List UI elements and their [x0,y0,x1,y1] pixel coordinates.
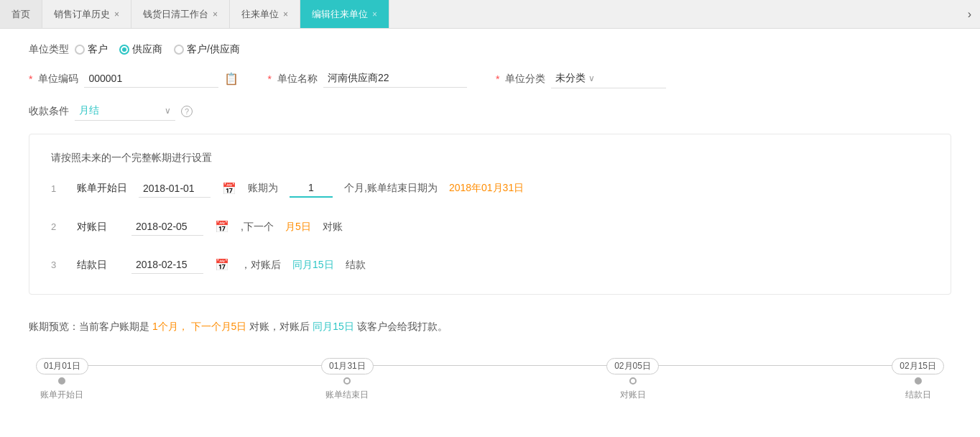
radio-both[interactable]: 客户/供应商 [174,43,240,56]
unit-name-input[interactable] [323,70,467,88]
radio-supplier-circle [119,45,129,55]
tab-cash-workbench-close[interactable]: × [213,9,218,19]
main-content: 单位类型 客户 供应商 客户/供应商 * 单位编码 [0,29,980,437]
unit-info-row: * 单位编码 📋 * 单位名称 * 单位分类 未分类 ∨ [29,69,951,88]
payment-condition-label: 收款条件 [29,105,69,118]
tab-more-button[interactable]: › [959,0,980,28]
period-settings-box: 请按照未来的一个完整帐期进行设置 1 账单开始日 📅 账期为 个月,账单结束日期… [29,134,951,295]
timeline-point-2: 01月31日 账单结束日 [321,358,374,401]
preview-part3: 同月15日 [313,321,354,332]
preview-section: 账期预览：当前客户账期是 1个月， 下一个月5日 对账，对账后 同月15日 该客… [29,309,951,351]
radio-both-label: 客户/供应商 [187,43,240,56]
period-row-1-suffix: 个月,账单结束日期为 [344,182,438,195]
unit-type-label: 单位类型 [29,43,69,56]
tab-sales-history-label: 销售订单历史 [54,8,110,21]
unit-category-group: * 单位分类 未分类 ∨ [496,69,666,88]
timeline-badge-4: 02月15日 [892,358,944,374]
tab-home-label: 首页 [11,8,30,21]
help-icon[interactable]: ? [181,106,193,117]
payment-condition-group: 收款条件 月结 ∨ ? [29,101,193,121]
period-row-3: 3 结款日 📅 ，对账后 同月15日 结款 [51,256,929,274]
tab-home[interactable]: 首页 [0,0,42,28]
timeline-badge-2: 01月31日 [321,358,374,374]
unit-name-group: * 单位名称 [267,70,466,88]
unit-type-radio-group: 客户 供应商 客户/供应商 [75,43,240,56]
period-month-input[interactable] [290,179,333,198]
tab-partner-units-label: 往来单位 [241,8,279,21]
unit-category-required: * [496,73,499,85]
period-row-1-label: 账单开始日 [77,182,127,195]
timeline-badge-3: 02月05日 [606,358,659,374]
tab-edit-partner-close[interactable]: × [372,9,377,19]
preview-suffix: 该客户会给我打款。 [357,321,448,332]
payment-condition-dropdown[interactable]: 月结 ∨ [75,101,175,121]
unit-type-group: 单位类型 客户 供应商 客户/供应商 [29,43,240,56]
payment-date-input[interactable] [131,256,203,274]
unit-code-group: * 单位编码 📋 [29,70,239,88]
unit-category-value: 未分类 [555,72,586,85]
period-end-date-highlight: 2018年01月31日 [449,182,524,195]
unit-category-arrow: ∨ [588,73,595,83]
unit-category-dropdown[interactable]: 未分类 ∨ [551,69,666,88]
timeline-badge-1: 01月01日 [36,358,88,374]
period-row-1: 1 账单开始日 📅 账期为 个月,账单结束日期为 2018年01月31日 [51,179,929,198]
timeline-point-4: 02月15日 结款日 [892,358,944,401]
payment-condition-row: 收款条件 月结 ∨ ? [29,101,951,121]
radio-supplier[interactable]: 供应商 [119,43,162,56]
timeline-label-2: 账单结束日 [325,389,369,401]
preview-part2: 下一个月5日 [191,321,247,332]
timeline-point-3: 02月05日 对账日 [606,358,659,401]
period-row-3-number: 3 [51,259,65,270]
unit-name-required: * [267,73,271,85]
unit-code-calendar-icon[interactable]: 📋 [224,72,239,86]
period-row-1-number: 1 [51,183,65,194]
timeline-label-4: 结款日 [905,389,931,401]
period-title: 请按照未来的一个完整帐期进行设置 [51,152,929,165]
unit-category-label: 单位分类 [505,73,545,86]
reconcile-date-input[interactable] [131,218,203,236]
tab-cash-workbench-label: 钱货日清工作台 [143,8,208,21]
radio-supplier-label: 供应商 [132,43,162,56]
period-row-3-prefix: ，对账后 [241,259,281,272]
timeline-points: 01月01日 账单开始日 01月31日 账单结束日 02月05日 对账日 02月… [36,358,944,401]
tab-bar: 首页 销售订单历史 × 钱货日清工作台 × 往来单位 × 编辑往来单位 × › [0,0,980,29]
tab-sales-history-close[interactable]: × [114,9,119,19]
tab-partner-units-close[interactable]: × [283,9,288,19]
unit-code-label: 单位编码 [38,73,78,86]
unit-code-required: * [29,73,32,85]
timeline-dot-4 [915,377,922,385]
radio-customer-label: 客户 [88,43,108,56]
unit-code-input[interactable] [84,70,218,88]
payment-condition-arrow: ∨ [165,106,171,116]
period-row-1-prefix: 账期为 [248,182,278,195]
radio-both-circle [174,45,184,55]
timeline-point-1: 01月01日 账单开始日 [36,358,88,401]
radio-customer-circle [75,45,85,55]
payment-highlight: 同月15日 [292,259,334,272]
timeline-label-3: 对账日 [620,389,646,401]
unit-type-row: 单位类型 客户 供应商 客户/供应商 [29,43,951,56]
start-date-input[interactable] [139,180,211,198]
unit-name-label: 单位名称 [277,73,318,86]
tab-cash-workbench[interactable]: 钱货日清工作台 × [131,0,230,28]
period-row-3-label: 结款日 [77,259,120,272]
period-row-2-suffix: 对账 [323,221,343,234]
preview-middle: 对账，对账后 [249,321,310,332]
tab-partner-units[interactable]: 往来单位 × [230,0,300,28]
preview-part1: 1个月， [152,321,188,332]
reconcile-date-calendar-icon[interactable]: 📅 [215,220,229,234]
period-row-2-label: 对账日 [77,221,120,234]
period-row-2-number: 2 [51,221,65,232]
tab-edit-partner-label: 编辑往来单位 [312,8,368,21]
period-row-2-prefix: ,下一个 [241,221,274,234]
payment-date-calendar-icon[interactable]: 📅 [215,258,229,272]
timeline-wrapper: 01月01日 账单开始日 01月31日 账单结束日 02月05日 对账日 02月… [36,351,944,408]
timeline-label-1: 账单开始日 [40,389,83,401]
radio-customer[interactable]: 客户 [75,43,108,56]
tab-sales-history[interactable]: 销售订单历史 × [42,0,131,28]
payment-condition-value: 月结 [79,104,162,117]
period-row-3-suffix: 结款 [346,259,366,272]
tab-edit-partner[interactable]: 编辑往来单位 × [300,0,389,28]
timeline-dot-1 [58,377,65,385]
start-date-calendar-icon[interactable]: 📅 [222,182,236,196]
